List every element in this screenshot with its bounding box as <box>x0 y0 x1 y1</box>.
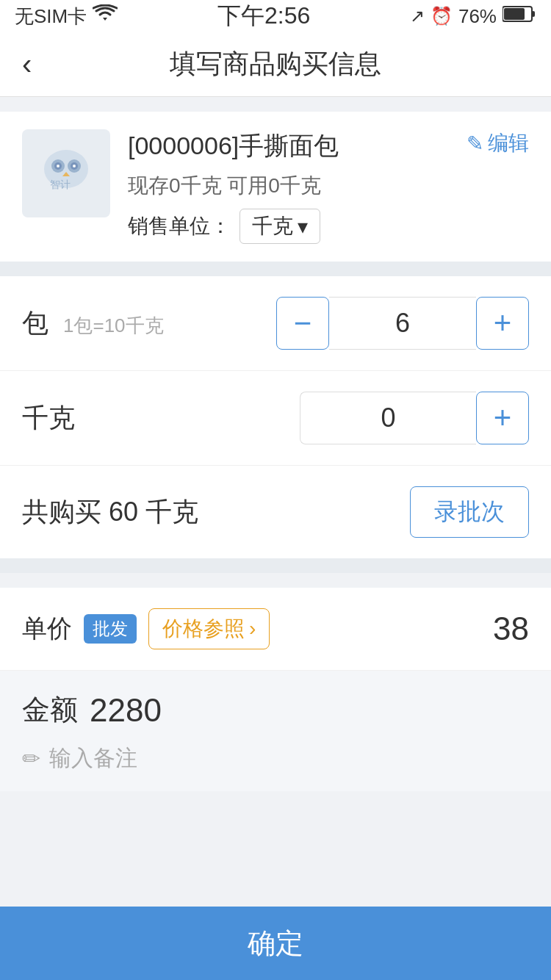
confirm-label: 确定 <box>248 925 303 962</box>
kg-label-text: 千克 <box>22 403 75 433</box>
carrier-text: 无SIM卡 <box>15 4 87 29</box>
bag-qty-control: − + <box>276 297 529 350</box>
price-value: 38 <box>493 610 529 647</box>
kg-qty-input[interactable] <box>300 392 476 444</box>
product-stock: 现存0千克 可用0千克 <box>128 172 529 200</box>
status-bar-left: 无SIM卡 <box>15 4 118 29</box>
bag-label-text: 包 <box>22 308 48 338</box>
batch-button[interactable]: 录批次 <box>410 486 529 538</box>
alarm-icon: ⏰ <box>431 6 453 26</box>
bag-input-row: 包 1包=10千克 − + <box>0 276 551 371</box>
price-label: 单价 <box>22 612 72 646</box>
summary-section: 共购买 60 千克 录批次 <box>0 466 551 558</box>
confirm-bar[interactable]: 确定 <box>0 907 551 980</box>
input-section: 包 1包=10千克 − + 千克 + <box>0 276 551 466</box>
product-unit-row: 销售单位： 千克 ▾ <box>128 209 529 244</box>
edit-icon: ✎ <box>467 131 483 156</box>
amount-section: 金额 2280 ✏ 输入备注 <box>0 671 551 791</box>
kg-label: 千克 <box>22 400 300 436</box>
summary-text: 共购买 60 千克 <box>22 494 198 530</box>
location-icon: ↗ <box>410 6 425 26</box>
bag-decrement-button[interactable]: − <box>276 297 329 350</box>
price-badge: 批发 <box>84 614 137 644</box>
kg-increment-button[interactable]: + <box>476 392 529 444</box>
page-title: 填写商品购买信息 <box>170 46 381 82</box>
amount-row: 金额 2280 <box>22 691 529 743</box>
svg-point-8 <box>57 165 60 167</box>
status-bar: 无SIM卡 下午2:56 ↗ ⏰ 76% <box>0 0 551 32</box>
svg-rect-2 <box>504 8 525 20</box>
note-placeholder: 输入备注 <box>49 743 137 774</box>
unit-value: 千克 <box>252 212 293 240</box>
note-row[interactable]: ✏ 输入备注 <box>22 743 529 791</box>
svg-text:智计: 智计 <box>50 179 71 190</box>
bag-label: 包 1包=10千克 <box>22 306 276 342</box>
price-ref-icon: › <box>249 617 256 641</box>
product-thumbnail: 智计 <box>22 129 110 217</box>
svg-rect-1 <box>532 11 535 17</box>
bag-qty-input[interactable] <box>329 297 476 350</box>
bag-hint: 1包=10千克 <box>63 314 164 336</box>
product-logo-icon: 智计 <box>40 147 92 200</box>
kg-qty-control: + <box>300 392 529 444</box>
battery-percent: 76% <box>458 5 497 28</box>
price-section: 单价 批发 价格参照 › 38 <box>0 588 551 671</box>
bag-increment-button[interactable]: + <box>476 297 529 350</box>
battery-icon <box>503 5 536 28</box>
back-button[interactable]: ‹ <box>22 48 46 81</box>
nav-bar: ‹ 填写商品购买信息 <box>0 32 551 97</box>
unit-label: 销售单位： <box>128 212 231 240</box>
product-card: 智计 [0000006]手撕面包 现存0千克 可用0千克 销售单位： 千克 ▾ … <box>0 112 551 262</box>
svg-point-9 <box>73 165 76 167</box>
price-label-row: 单价 批发 价格参照 › <box>22 608 270 649</box>
amount-label: 金额 <box>22 691 78 729</box>
status-bar-right: ↗ ⏰ 76% <box>410 5 536 28</box>
separator-1 <box>0 262 551 276</box>
wifi-icon <box>93 4 118 29</box>
amount-value: 2280 <box>90 692 162 729</box>
unit-dropdown-icon: ▾ <box>298 215 308 239</box>
price-ref-button[interactable]: 价格参照 › <box>148 608 270 649</box>
edit-button[interactable]: ✎ 编辑 <box>467 129 529 157</box>
unit-select[interactable]: 千克 ▾ <box>240 209 320 244</box>
status-bar-time: 下午2:56 <box>217 0 310 32</box>
separator-2 <box>0 558 551 573</box>
note-icon: ✏ <box>22 746 40 771</box>
kg-input-row: 千克 + <box>0 371 551 466</box>
price-ref-label: 价格参照 <box>162 615 245 643</box>
edit-label: 编辑 <box>488 129 529 157</box>
